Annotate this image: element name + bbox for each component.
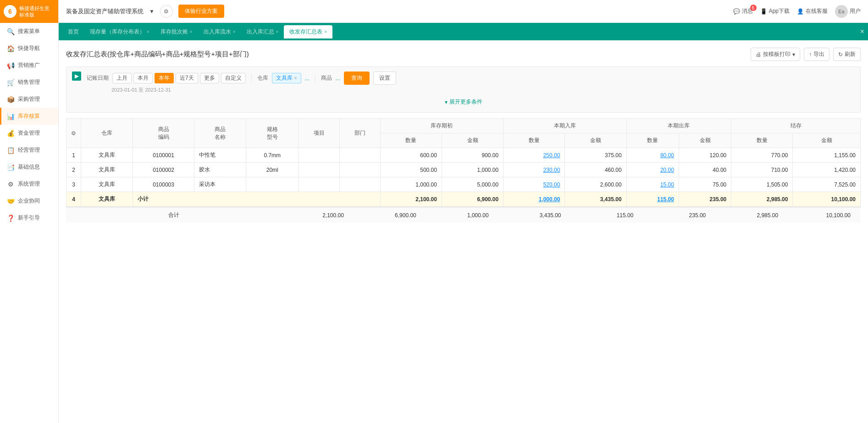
sidebar-item-quick-nav[interactable]: 🏠快捷导航 xyxy=(0,40,58,57)
date-btn-上月[interactable]: 上月 xyxy=(112,73,132,83)
total-in-amount: 3,435.00 xyxy=(494,212,567,219)
date-btn-本月[interactable]: 本月 xyxy=(133,73,153,83)
sidebar-item-marketing[interactable]: 📢营销推广 xyxy=(0,57,58,74)
tab-close-icon[interactable]: × xyxy=(324,29,327,34)
row-out-qty[interactable]: 15.00 xyxy=(626,177,679,192)
date-btn-更多[interactable]: 更多 xyxy=(200,73,219,83)
row-product-spec xyxy=(246,177,299,192)
row-in-qty[interactable]: 230.00 xyxy=(503,163,565,177)
row-project xyxy=(299,177,339,192)
sidebar-item-system[interactable]: ⚙系统管理 xyxy=(0,176,58,192)
print-btn[interactable]: 🖨 按模板打印 ▾ xyxy=(751,48,800,61)
sidebar-logo: 6 畅捷通好生意 标准版 xyxy=(0,0,58,23)
collapse-toggle[interactable]: ▶ xyxy=(72,71,81,81)
row-warehouse: 文具库 xyxy=(81,148,133,163)
in-amount-header: 金额 xyxy=(565,133,626,148)
trial-button[interactable]: 体验行业方案 xyxy=(178,5,224,18)
tab-现存量（库存分布表）[interactable]: 现存量（库存分布表）× xyxy=(84,25,155,38)
row-balance-qty: 770.00 xyxy=(731,148,793,163)
sidebar-item-enterprise[interactable]: 🤝企业协同 xyxy=(0,192,58,209)
settings-icon[interactable]: ⚙ xyxy=(160,5,173,18)
app-download-btn[interactable]: 📱 App下载 xyxy=(760,7,790,15)
set-button[interactable]: 设置 xyxy=(373,71,396,85)
product-more[interactable]: ... xyxy=(336,75,340,82)
opening-amount-header: 金额 xyxy=(442,133,503,148)
row-out-qty[interactable]: 80.00 xyxy=(626,148,679,163)
tab-label: 出入库汇总 xyxy=(247,28,274,36)
refresh-btn[interactable]: ↻ 刷新 xyxy=(833,48,861,61)
sidebar-item-guide[interactable]: ❓新手引导 xyxy=(0,209,58,226)
sidebar-item-finance[interactable]: 💰资金管理 xyxy=(0,125,58,142)
system-dropdown[interactable]: ▼ xyxy=(149,8,155,15)
sidebar-label-sales: 销售管理 xyxy=(18,78,40,86)
row-project xyxy=(299,148,339,163)
print-icon: 🖨 xyxy=(756,51,761,58)
row-project xyxy=(299,163,339,177)
date-btn-近7天[interactable]: 近7天 xyxy=(176,73,198,83)
sales-icon: 🛒 xyxy=(7,79,14,86)
row-product-name: 胶水 xyxy=(194,163,246,177)
messages-badge: 6 xyxy=(750,5,757,11)
message-icon: 💬 xyxy=(733,8,740,15)
subtotal-opening-amount: 6,900.00 xyxy=(442,192,503,207)
online-service-btn[interactable]: 👤 在线客服 xyxy=(797,7,828,15)
row-warehouse: 文具库 xyxy=(81,177,133,192)
subtotal-in-qty[interactable]: 1,000.00 xyxy=(503,192,565,207)
tabbar-close-all[interactable]: × xyxy=(860,27,864,36)
tab-首页[interactable]: 首页 xyxy=(62,25,84,38)
sidebar-item-sales[interactable]: 🛒销售管理 xyxy=(0,74,58,91)
warehouse-more[interactable]: ... xyxy=(305,75,310,82)
page-title-bar: 收发存汇总表(按仓库+商品编码+商品+规格型号+项目+部门) 🖨 按模板打印 ▾… xyxy=(66,48,861,61)
expand-more-btn[interactable]: ▾ 展开更多条件 xyxy=(445,96,482,108)
row-opening-amount: 900.00 xyxy=(442,148,503,163)
total-opening-amount: 6,900.00 xyxy=(349,212,422,219)
row-opening-qty: 500.00 xyxy=(380,163,442,177)
tab-出入库流水[interactable]: 出入库流水× xyxy=(198,25,241,38)
user-avatar: Ea xyxy=(835,5,848,18)
sidebar-label-purchase: 采购管理 xyxy=(18,95,40,103)
user-btn[interactable]: Ea 用户 xyxy=(835,5,861,18)
sidebar-item-inventory[interactable]: 📊库存核算 xyxy=(0,108,58,125)
messages-btn[interactable]: 💬 消息 6 xyxy=(733,7,753,15)
sidebar-label-guide: 新手引导 xyxy=(18,214,40,222)
row-in-amount: 460.00 xyxy=(565,163,626,177)
date-btn-自定义[interactable]: 自定义 xyxy=(221,73,246,83)
tab-库存批次账[interactable]: 库存批次账× xyxy=(155,25,198,38)
date-btn-本年[interactable]: 本年 xyxy=(155,73,174,83)
tab-收发存汇总表[interactable]: 收发存汇总表× xyxy=(284,25,332,38)
sidebar-label-inventory: 库存核算 xyxy=(18,112,40,120)
sidebar-item-purchase[interactable]: 📦采购管理 xyxy=(0,91,58,108)
row-out-amount: 75.00 xyxy=(679,177,731,192)
sidebar-item-operations[interactable]: 📋经营管理 xyxy=(0,142,58,159)
product-name-col-header: 商品名称 xyxy=(194,119,246,148)
warehouse-tag-close[interactable]: × xyxy=(294,76,297,81)
sidebar-item-search[interactable]: 🔍搜索菜单 xyxy=(0,23,58,40)
export-btn[interactable]: ↑ 导出 xyxy=(804,48,829,61)
warehouse-tag[interactable]: 文具库 × xyxy=(272,73,301,83)
query-button[interactable]: 查询 xyxy=(344,71,370,85)
row-opening-qty: 1,000.00 xyxy=(380,177,442,192)
row-in-amount: 2,600.00 xyxy=(565,177,626,192)
inventory-icon: 📊 xyxy=(7,113,14,120)
balance-amount-header: 金额 xyxy=(793,133,861,148)
column-settings-icon[interactable]: ⚙ xyxy=(71,130,76,137)
row-balance-amount: 7,525.00 xyxy=(793,177,861,192)
filter-row-1: ▶ 记账日期 上月本月本年近7天更多自定义 仓库 文具库 × xyxy=(72,71,855,93)
sidebar: 6 畅捷通好生意 标准版 🔍搜索菜单🏠快捷导航📢营销推广🛒销售管理📦采购管理📊库… xyxy=(0,0,59,423)
subtotal-out-qty[interactable]: 115.00 xyxy=(626,192,679,207)
tab-出入库汇总[interactable]: 出入库汇总× xyxy=(241,25,284,38)
row-in-qty[interactable]: 250.00 xyxy=(503,148,565,163)
row-in-qty[interactable]: 520.00 xyxy=(503,177,565,192)
enterprise-icon: 🤝 xyxy=(7,198,14,205)
row-balance-amount: 1,420.00 xyxy=(793,163,861,177)
row-out-qty[interactable]: 20.00 xyxy=(626,163,679,177)
basic-info-icon: 📑 xyxy=(7,164,14,171)
tab-close-icon[interactable]: × xyxy=(233,29,236,34)
search-icon: 🔍 xyxy=(7,28,14,35)
tab-close-icon[interactable]: × xyxy=(276,29,279,34)
tab-close-icon[interactable]: × xyxy=(190,29,193,34)
tab-close-icon[interactable]: × xyxy=(147,29,149,34)
row-product-code: 0100003 xyxy=(133,177,194,192)
sidebar-item-basic-info[interactable]: 📑基础信息 xyxy=(0,159,58,176)
bottom-total-bar: 合计 2,100.00 6,900.00 1,000.00 3,435.00 1… xyxy=(66,207,861,223)
